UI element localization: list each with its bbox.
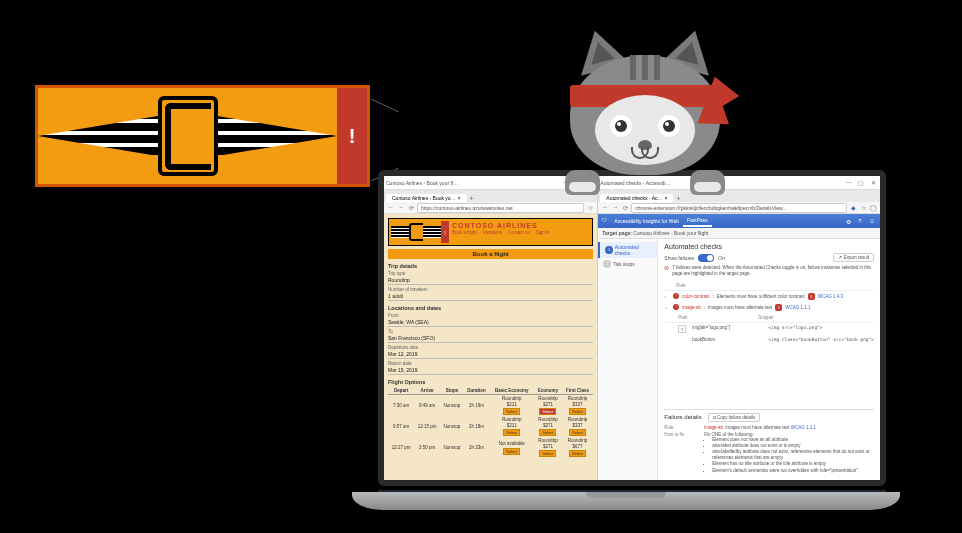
from-input[interactable]: Seattle, WA (SEA): [388, 318, 593, 327]
select-button[interactable]: Select: [503, 448, 520, 455]
extension-icon[interactable]: ◆: [849, 204, 857, 212]
toggle-state: On: [718, 255, 725, 261]
laptop-base: [352, 492, 900, 510]
main-nav: Book a flight Vacations Contact us Sign …: [452, 230, 587, 235]
browser-tab[interactable]: Automated checks - Ac… ×: [600, 194, 673, 202]
ai-main: Automated checks Show failures On ↗ Expo…: [658, 239, 880, 480]
shield-icon: 🛡: [602, 217, 610, 225]
chevron-icon: ⌄: [664, 305, 670, 310]
contoso-logo[interactable]: [391, 221, 441, 243]
back-icon[interactable]: ←: [601, 204, 609, 212]
favorite-icon[interactable]: ☆: [586, 204, 594, 212]
sidebar-item-label: Automated checks: [615, 244, 653, 256]
sidebar-item-tabstops[interactable]: 2 Tab stops: [598, 258, 657, 270]
brand-name: CONTOSO AIRLINES: [452, 222, 587, 229]
window-title: Contoso Airlines - Book your fl…: [386, 180, 559, 186]
table-row: 7:30 am9:49 amNonstop2h 19mRoundtrip$211…: [388, 395, 593, 417]
target-value: Contoso Airlines - Book your flight: [633, 230, 708, 236]
select-button[interactable]: Select: [569, 450, 586, 457]
maximize-button[interactable]: ▢: [856, 179, 866, 187]
cat-mascot: [560, 25, 730, 185]
logo-callout: !: [35, 85, 370, 187]
select-button[interactable]: Select: [503, 429, 520, 436]
tab-bar: Automated checks - Ac… × +: [598, 190, 880, 202]
address-bar[interactable]: https://contoso-airlines.azurewebsites.n…: [417, 203, 584, 213]
minimize-button[interactable]: —: [844, 179, 854, 187]
reload-icon[interactable]: ⟳: [621, 204, 629, 212]
rule-name: image-alt: [682, 305, 701, 310]
forward-icon[interactable]: →: [397, 204, 405, 212]
to-input[interactable]: San Francisco (SFO): [388, 334, 593, 343]
favorite-icon[interactable]: ☆: [859, 204, 867, 212]
instance-toggle[interactable]: ×: [678, 325, 686, 333]
step-number: 1: [605, 246, 612, 254]
trip-type-select[interactable]: Roundtrip: [388, 276, 593, 285]
select-button[interactable]: Select: [503, 408, 520, 415]
error-badge-icon: !: [337, 88, 367, 184]
ai-sidebar: 1 Automated checks 2 Tab stops: [598, 239, 658, 480]
fix-item: Element has no title attribute or the ti…: [712, 461, 874, 466]
details-heading: Failure details: [664, 414, 701, 420]
fail-count: 5: [808, 293, 815, 300]
select-button[interactable]: Select: [539, 408, 556, 415]
wcag-link[interactable]: WCAG 1.1.1: [791, 425, 816, 430]
fail-icon: !: [673, 304, 679, 310]
fix-list: Element does not have an alt attributear…: [704, 437, 874, 473]
depart-input[interactable]: Mar 12, 2019: [388, 350, 593, 359]
new-tab-button[interactable]: +: [467, 195, 477, 202]
col-stops: Stops: [440, 387, 464, 395]
tab-close-icon[interactable]: ×: [664, 195, 667, 201]
instance-row[interactable]: ×img[alt="logo.png"]<img src="logo.png">: [664, 323, 874, 335]
rule-row[interactable]: ⌄!image-alt: Images must have alternate …: [664, 302, 874, 313]
nav-book[interactable]: Book a flight: [452, 230, 477, 235]
sidebar-item-automated[interactable]: 1 Automated checks: [598, 242, 657, 258]
back-icon[interactable]: ←: [387, 204, 395, 212]
address-bar-row: ← → ⟳ chrome-extension://fpkknkljclfencb…: [598, 202, 880, 214]
error-icon: ⊘: [664, 265, 669, 277]
contoso-page: ! CONTOSO AIRLINES Book a flight Vacatio…: [384, 214, 597, 480]
rule-name: color-contrast: [682, 294, 709, 299]
select-button[interactable]: Select: [569, 408, 586, 415]
callout-logo: [38, 88, 337, 184]
select-button[interactable]: Select: [569, 429, 586, 436]
chevron-icon: ›: [664, 294, 670, 299]
flights-table: Depart Arrive Stops Duration Basic Econo…: [388, 387, 593, 458]
show-failures-toggle[interactable]: [698, 254, 714, 262]
travelers-select[interactable]: 1 adult: [388, 292, 593, 301]
gear-icon[interactable]: ⚙: [844, 218, 852, 225]
laptop: Contoso Airlines - Book your fl… — ▢ ✕ C…: [372, 170, 892, 510]
wcag-link[interactable]: WCAG 1.4.3: [818, 294, 843, 299]
tab-close-icon[interactable]: ×: [458, 195, 461, 201]
col-rule: Rule: [676, 283, 756, 288]
reload-icon[interactable]: ⟳: [407, 204, 415, 212]
forward-icon[interactable]: →: [611, 204, 619, 212]
book-heading: Book a flight: [388, 249, 593, 259]
return-input[interactable]: Mar 15, 2019: [388, 366, 593, 375]
browser-tab[interactable]: Contoso Airlines - Book yo… ×: [386, 194, 467, 202]
address-bar[interactable]: chrome-extension://fpkknkljclfencbdbgken…: [631, 203, 847, 213]
target-page-row: Target page: Contoso Airlines - Book you…: [598, 228, 880, 239]
copy-button[interactable]: ⧉ Copy failure details: [708, 413, 761, 422]
feedback-icon[interactable]: ☺: [868, 218, 876, 224]
tab-fastpass[interactable]: FastPass: [683, 215, 712, 227]
profile-icon[interactable]: ◯: [869, 204, 877, 212]
wcag-link[interactable]: WCAG 1.1.1: [785, 305, 810, 310]
howtofix-label: How to fix: [664, 432, 704, 474]
close-button[interactable]: ✕: [868, 179, 878, 187]
section-locations: Locations and dates: [388, 305, 593, 311]
instance-row[interactable]: bookButton<img class="bookButton" src="b…: [664, 335, 874, 344]
rule-row[interactable]: ›!color-contrast: Elements must have suf…: [664, 291, 874, 302]
rule-name[interactable]: image-alt: [704, 425, 723, 430]
new-tab-button[interactable]: +: [673, 195, 683, 202]
select-button[interactable]: Select: [539, 429, 556, 436]
nav-vacations[interactable]: Vacations: [483, 230, 502, 235]
nav-contact[interactable]: Contact us: [508, 230, 530, 235]
target-label: Target page:: [602, 230, 632, 236]
help-icon[interactable]: ?: [856, 218, 864, 224]
nav-signin[interactable]: Sign in: [536, 230, 550, 235]
product-name: Accessibility Insights for Web: [614, 218, 679, 224]
export-button[interactable]: ↗ Export result: [833, 253, 874, 262]
step-number: 2: [603, 260, 611, 268]
select-button[interactable]: Select: [539, 450, 556, 457]
section-trip: Trip details: [388, 263, 593, 269]
